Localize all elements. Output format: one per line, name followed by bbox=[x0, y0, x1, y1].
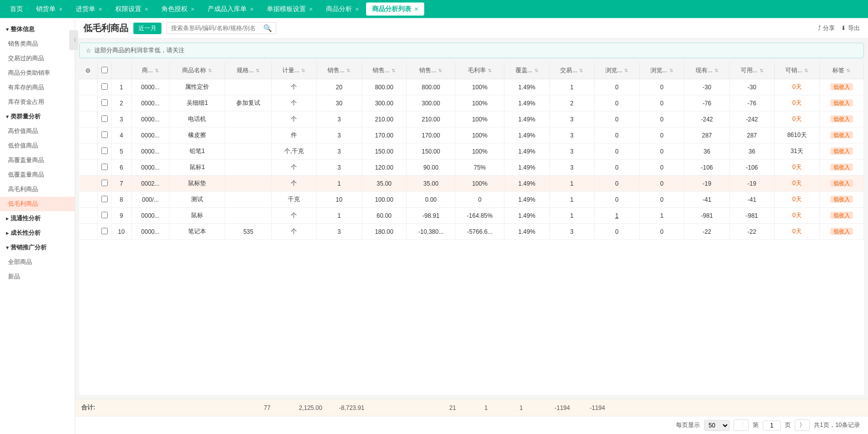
th-sale-days[interactable]: 可销...⇅ bbox=[774, 62, 819, 79]
search-input[interactable] bbox=[171, 25, 261, 32]
sidebar-item-low-margin[interactable]: 低毛利商品 bbox=[0, 197, 75, 211]
row-unit: 个 bbox=[272, 208, 317, 224]
nav-permissions[interactable]: 权限设置 ✕ bbox=[109, 3, 154, 16]
nav-template-close[interactable]: ✕ bbox=[309, 7, 313, 12]
row-unit: 个 bbox=[272, 95, 317, 111]
row-checkbox[interactable] bbox=[97, 95, 111, 111]
th-cover-rate[interactable]: 覆盖...⇅ bbox=[504, 62, 550, 79]
row-sale-days: 0天 bbox=[774, 95, 819, 111]
chevron-right-icon-2: ▸ bbox=[6, 230, 9, 236]
sidebar-item-category-rate[interactable]: 商品分类助销率 bbox=[0, 66, 75, 80]
row-check[interactable] bbox=[101, 212, 108, 218]
row-sale-qty: 3 bbox=[316, 111, 362, 127]
row-check[interactable] bbox=[101, 115, 108, 122]
row-browse1[interactable]: 1 bbox=[594, 208, 639, 224]
sidebar-group-marketing[interactable]: ▾ 营销推广分析 bbox=[0, 240, 75, 255]
row-checkbox[interactable] bbox=[97, 224, 111, 240]
sidebar-collapse-button[interactable]: 《 bbox=[69, 30, 78, 50]
row-checkbox[interactable] bbox=[97, 143, 111, 160]
nav-purchase-close[interactable]: ✕ bbox=[98, 7, 102, 12]
th-sale-qty[interactable]: 销售...⇅ bbox=[316, 62, 362, 79]
th-browse2[interactable]: 浏览...⇅ bbox=[639, 62, 684, 79]
chevron-right-icon: ▸ bbox=[6, 216, 9, 221]
row-check[interactable] bbox=[101, 99, 108, 106]
th-code[interactable]: 商...⇅ bbox=[131, 62, 169, 79]
sidebar-item-low-coverage[interactable]: 低覆盖量商品 bbox=[0, 168, 75, 182]
th-spec[interactable]: 规格...⇅ bbox=[225, 62, 272, 79]
nav-product-analysis-close[interactable]: ✕ bbox=[355, 7, 359, 12]
row-checkbox[interactable] bbox=[97, 160, 111, 176]
prev-page-button[interactable]: 〈 bbox=[734, 419, 749, 431]
sidebar-group-liquidity[interactable]: ▸ 流通性分析 bbox=[0, 211, 75, 226]
row-check[interactable] bbox=[101, 83, 108, 90]
nav-roles-close[interactable]: ✕ bbox=[191, 7, 195, 12]
sidebar-item-capital[interactable]: 库存资金占用 bbox=[0, 95, 75, 109]
sidebar-item-high-coverage[interactable]: 高覆盖量商品 bbox=[0, 153, 75, 168]
row-check[interactable] bbox=[101, 228, 108, 234]
row-tag: 低收入 bbox=[819, 95, 863, 111]
sidebar-item-low-value[interactable]: 低价值商品 bbox=[0, 138, 75, 153]
nav-product-analysis-list-close[interactable]: ✕ bbox=[414, 7, 418, 12]
th-check[interactable] bbox=[97, 62, 111, 79]
sidebar-item-high-value[interactable]: 高价值商品 bbox=[0, 124, 75, 138]
per-page-select[interactable]: 50 20 100 bbox=[704, 420, 730, 431]
nav-roles[interactable]: 角色授权 ✕ bbox=[155, 3, 201, 16]
row-checkbox[interactable] bbox=[97, 79, 111, 95]
th-browse1[interactable]: 浏览...⇅ bbox=[594, 62, 639, 79]
th-trade-count[interactable]: 交易...⇅ bbox=[550, 62, 595, 79]
row-check[interactable] bbox=[101, 148, 108, 154]
row-sale-days: 0天 bbox=[774, 224, 819, 240]
sidebar-item-sales-goods[interactable]: 销售类商品 bbox=[0, 37, 75, 51]
row-check[interactable] bbox=[101, 131, 108, 138]
th-profit-rate[interactable]: 毛利率⇅ bbox=[455, 62, 504, 79]
th-current-stock[interactable]: 现有...⇅ bbox=[684, 62, 730, 79]
export-button[interactable]: ⬇ 导出 bbox=[841, 24, 860, 33]
search-icon[interactable]: 🔍 bbox=[263, 24, 272, 32]
share-button[interactable]: ⤴ 分享 bbox=[818, 24, 835, 33]
row-browse2: 0 bbox=[639, 224, 684, 240]
row-checkbox[interactable] bbox=[97, 127, 111, 143]
sidebar-group-growth[interactable]: ▸ 成长性分析 bbox=[0, 226, 75, 240]
next-page-button[interactable]: 〉 bbox=[795, 419, 810, 431]
th-name[interactable]: 商品名称⇅ bbox=[169, 62, 225, 79]
nav-product-analysis[interactable]: 商品分析 ✕ bbox=[320, 3, 365, 16]
th-unit[interactable]: 计量...⇅ bbox=[272, 62, 317, 79]
row-action bbox=[79, 95, 97, 111]
nav-sales[interactable]: 销货单 ✕ bbox=[30, 3, 69, 16]
th-sale-profit[interactable]: 销售...⇅ bbox=[407, 62, 455, 79]
row-checkbox[interactable] bbox=[97, 192, 111, 208]
row-check[interactable] bbox=[101, 164, 108, 170]
row-check[interactable] bbox=[101, 180, 108, 186]
row-checkbox[interactable] bbox=[97, 208, 111, 224]
nav-template[interactable]: 单据模板设置 ✕ bbox=[261, 3, 319, 16]
nav-permissions-close[interactable]: ✕ bbox=[144, 7, 148, 12]
nav-sales-close[interactable]: ✕ bbox=[59, 7, 63, 12]
row-checkbox[interactable] bbox=[97, 111, 111, 127]
sort-icon-unit: ⇅ bbox=[301, 68, 305, 73]
nav-product-analysis-list[interactable]: 商品分析列表 ✕ bbox=[366, 3, 424, 16]
row-check[interactable] bbox=[101, 196, 108, 202]
th-avail-stock[interactable]: 可用...⇅ bbox=[730, 62, 775, 79]
nav-product-in-close[interactable]: ✕ bbox=[250, 7, 254, 12]
row-avail-stock: 287 bbox=[730, 127, 775, 143]
row-num: 10 bbox=[111, 224, 131, 240]
th-settings[interactable]: ⚙ bbox=[79, 62, 97, 79]
select-all-checkbox[interactable] bbox=[101, 67, 108, 73]
sidebar-item-all-goods[interactable]: 全部商品 bbox=[0, 255, 75, 269]
filter-recent-month-button[interactable]: 近一月 bbox=[133, 23, 161, 34]
nav-product-in[interactable]: 产成品入库单 ✕ bbox=[202, 3, 260, 16]
th-tag[interactable]: 标签⇅ bbox=[819, 62, 863, 79]
row-checkbox[interactable] bbox=[97, 176, 111, 192]
nav-home[interactable]: 首页 bbox=[4, 3, 29, 16]
sidebar-group-overall[interactable]: ▾ 整体信息 bbox=[0, 22, 75, 37]
nav-purchase[interactable]: 进货单 ✕ bbox=[70, 3, 108, 16]
sidebar-item-new-goods[interactable]: 新品 bbox=[0, 269, 75, 284]
sidebar-item-traded-goods[interactable]: 交易过的商品 bbox=[0, 51, 75, 66]
current-page-input[interactable] bbox=[763, 420, 781, 430]
sidebar-item-high-margin[interactable]: 高毛利商品 bbox=[0, 182, 75, 197]
row-avail-stock: -242 bbox=[730, 111, 775, 127]
row-browse2: 0 bbox=[639, 176, 684, 192]
th-sale-amt[interactable]: 销售...⇅ bbox=[362, 62, 407, 79]
sidebar-item-in-stock[interactable]: 有库存的商品 bbox=[0, 80, 75, 95]
sidebar-group-cluster[interactable]: ▾ 类群量分析 bbox=[0, 109, 75, 124]
